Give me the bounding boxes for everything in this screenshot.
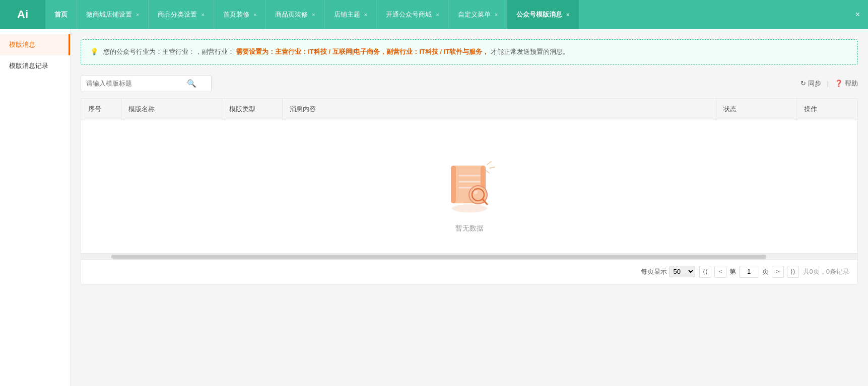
page-prefix-label: 第 <box>729 267 736 276</box>
search-input-wrap[interactable]: 🔍 <box>81 75 212 92</box>
app-logo: Ai <box>0 0 45 29</box>
tab-home-decor[interactable]: 首页装修 × <box>214 0 266 29</box>
tab-open-mall-label: 开通公众号商城 <box>386 10 432 19</box>
search-bar: 🔍 ↻ 同步 | ❓ 帮助 <box>81 75 858 92</box>
sidebar-item-template-msg[interactable]: 模版消息 <box>0 34 70 55</box>
notice-prefix: 您的公众号行业为：主营行业：，副营行业： <box>103 48 234 55</box>
svg-line-12 <box>490 167 495 168</box>
col-index: 序号 <box>81 99 121 120</box>
scrollbar-thumb[interactable] <box>111 255 766 259</box>
tab-template-msg-label: 公众号模版消息 <box>516 10 562 19</box>
sync-icon: ↻ <box>800 80 806 87</box>
tab-shop-setting[interactable]: 微商城店铺设置 × <box>77 0 149 29</box>
help-label: 帮助 <box>845 79 858 88</box>
svg-point-0 <box>452 204 487 212</box>
lightbulb-icon: 💡 <box>90 48 98 55</box>
notice-suffix: 才能正常发送预置的消息。 <box>491 48 569 55</box>
sync-label: 同步 <box>808 79 821 88</box>
top-nav: Ai 首页 微商城店铺设置 × 商品分类设置 × 首页装修 × 商品页装修 × … <box>0 0 868 29</box>
sidebar-item-template-msg-record[interactable]: 模版消息记录 <box>0 55 70 76</box>
page-size-dropdown[interactable]: 10 20 50 100 <box>669 266 695 277</box>
tab-shop-theme-label: 店铺主题 <box>334 10 360 19</box>
col-action: 操作 <box>797 99 857 120</box>
last-page-button[interactable]: ⟩⟩ <box>787 266 799 278</box>
toolbar-right: ↻ 同步 | ❓ 帮助 <box>800 79 858 88</box>
divider: | <box>827 80 829 87</box>
next-page-button[interactable]: ＞ <box>772 266 784 278</box>
page-unit-label: 页 <box>762 267 769 276</box>
col-template-type: 模版类型 <box>222 99 283 120</box>
empty-text: 暂无数据 <box>455 224 484 233</box>
svg-rect-2 <box>451 166 456 203</box>
search-icon[interactable]: 🔍 <box>187 79 196 88</box>
main-layout: 模版消息 模版消息记录 💡 您的公众号行业为：主营行业：，副营行业： 需要设置为… <box>0 29 868 386</box>
sync-button[interactable]: ↻ 同步 <box>800 79 821 88</box>
col-content: 消息内容 <box>283 99 716 120</box>
svg-line-11 <box>487 162 491 165</box>
pagination: 每页显示 10 20 50 100 ⟨⟨ ＜ 第 页 ＞ ⟩⟩ <box>81 259 857 284</box>
tab-home-decor-close[interactable]: × <box>253 12 256 18</box>
svg-line-13 <box>486 171 489 173</box>
tab-home-decor-label: 首页装修 <box>223 10 249 19</box>
col-template-name: 模版名称 <box>121 99 222 120</box>
prev-page-button[interactable]: ＜ <box>714 266 726 278</box>
page-size-select: 每页显示 10 20 50 100 <box>641 266 695 277</box>
table-header: 序号 模版名称 模版类型 消息内容 状态 操作 <box>81 99 857 120</box>
tab-template-msg[interactable]: 公众号模版消息 × <box>507 0 579 29</box>
tab-custom-menu-close[interactable]: × <box>495 12 498 18</box>
table: 序号 模版名称 模版类型 消息内容 状态 操作 <box>81 98 858 284</box>
tab-template-msg-close[interactable]: × <box>566 12 569 18</box>
tab-open-mall[interactable]: 开通公众号商城 × <box>377 0 448 29</box>
tab-custom-menu-label: 自定义菜单 <box>458 10 491 19</box>
tab-category-setting-close[interactable]: × <box>201 12 204 18</box>
tab-open-mall-close[interactable]: × <box>436 12 439 18</box>
content-area: 💡 您的公众号行业为：主营行业：，副营行业： 需要设置为：主营行业：IT科技 /… <box>71 29 868 386</box>
page-size-label: 每页显示 <box>641 267 667 276</box>
tab-shop-setting-label: 微商城店铺设置 <box>86 10 132 19</box>
empty-icon <box>437 150 502 216</box>
tab-shop-theme-close[interactable]: × <box>364 12 367 18</box>
tab-product-decor-label: 商品页装修 <box>275 10 308 19</box>
tab-product-decor[interactable]: 商品页装修 × <box>266 0 324 29</box>
horizontal-scrollbar[interactable] <box>81 253 857 259</box>
page-nav: ⟨⟨ ＜ 第 页 ＞ ⟩⟩ <box>699 266 799 278</box>
empty-state: 暂无数据 <box>81 120 857 253</box>
tab-shop-setting-close[interactable]: × <box>136 12 139 18</box>
svg-point-10 <box>474 190 478 194</box>
first-page-button[interactable]: ⟨⟨ <box>699 266 711 278</box>
col-status: 状态 <box>716 99 797 120</box>
close-all-button[interactable]: × <box>855 10 860 19</box>
tab-home-label: 首页 <box>54 10 68 19</box>
notice-highlight: 需要设置为：主营行业：IT科技 / 互联网|电子商务，副营行业：IT科技 / I… <box>236 48 489 55</box>
help-icon: ❓ <box>835 80 843 87</box>
page-total: 共0页，0条记录 <box>803 267 849 276</box>
sidebar: 模版消息 模版消息记录 <box>0 29 71 386</box>
tab-custom-menu[interactable]: 自定义菜单 × <box>449 0 507 29</box>
search-input[interactable] <box>86 80 187 87</box>
tab-category-setting-label: 商品分类设置 <box>158 10 197 19</box>
tab-shop-theme[interactable]: 店铺主题 × <box>325 0 377 29</box>
notice-box: 💡 您的公众号行业为：主营行业：，副营行业： 需要设置为：主营行业：IT科技 /… <box>81 39 858 65</box>
help-button[interactable]: ❓ 帮助 <box>835 79 858 88</box>
tab-category-setting[interactable]: 商品分类设置 × <box>149 0 214 29</box>
page-number-input[interactable] <box>739 266 759 278</box>
tab-home[interactable]: 首页 <box>45 0 77 29</box>
tab-product-decor-close[interactable]: × <box>312 12 315 18</box>
